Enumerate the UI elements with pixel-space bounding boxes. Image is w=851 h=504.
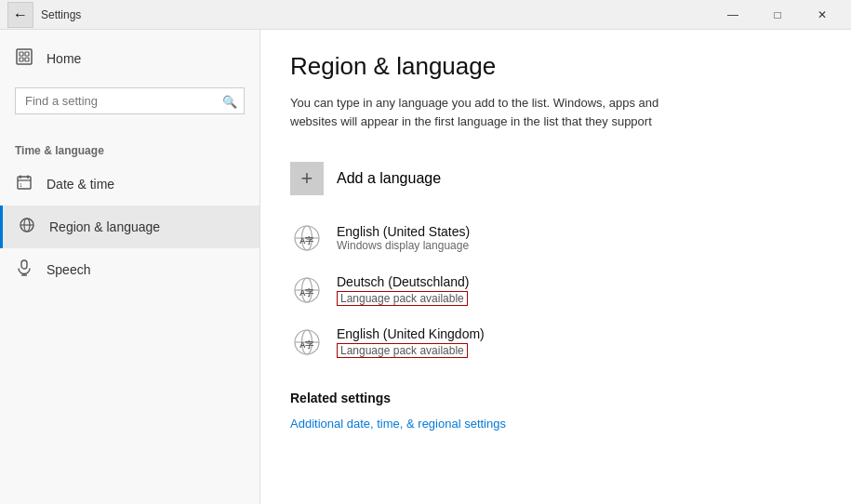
back-button[interactable]: ←: [7, 2, 33, 28]
language-name-english-us: English (United States): [337, 224, 470, 239]
close-button[interactable]: ✕: [801, 0, 844, 30]
language-name-deutsch: Deutsch (Deutschland): [337, 274, 469, 289]
speech-label: Speech: [47, 262, 90, 277]
svg-text:1: 1: [20, 182, 22, 188]
sidebar-item-home[interactable]: Home: [0, 37, 259, 80]
language-icon-english-uk: A字: [290, 325, 324, 359]
language-status-english-us: Windows display language: [337, 239, 470, 252]
related-settings: Related settings Additional date, time, …: [290, 391, 821, 431]
language-info-deutsch: Deutsch (Deutschland) Language pack avai…: [337, 274, 469, 306]
window-controls: — □ ✕: [711, 0, 844, 30]
language-info-english-us: English (United States) Windows display …: [337, 224, 470, 252]
svg-text:A字: A字: [299, 287, 314, 298]
add-language-icon: +: [290, 162, 324, 195]
maximize-button[interactable]: □: [756, 0, 799, 30]
language-status-english-uk: Language pack available: [337, 343, 468, 358]
svg-rect-3: [20, 58, 23, 61]
related-settings-link[interactable]: Additional date, time, & regional settin…: [290, 417, 506, 431]
add-language-button[interactable]: + Add a language: [290, 153, 821, 205]
region-icon: [18, 217, 36, 237]
home-label: Home: [47, 51, 81, 66]
svg-text:A字: A字: [299, 235, 314, 245]
sidebar-item-speech[interactable]: Speech: [0, 248, 259, 291]
titlebar: ← Settings — □ ✕: [0, 0, 851, 30]
date-time-icon: 1: [15, 174, 33, 194]
svg-rect-4: [25, 58, 29, 61]
back-icon: ←: [13, 7, 28, 23]
home-icon: [15, 48, 33, 69]
sidebar-section-label: Time & language: [0, 129, 259, 163]
date-time-label: Date & time: [47, 177, 114, 192]
language-status-deutsch: Language pack available: [337, 291, 468, 306]
svg-rect-0: [17, 49, 32, 64]
main-content: Region & language You can type in any la…: [260, 30, 851, 504]
add-language-label: Add a language: [337, 170, 441, 187]
sidebar: Home 🔍 Time & language 1 Date & time: [0, 30, 260, 504]
svg-text:A字: A字: [299, 339, 314, 350]
related-settings-title: Related settings: [290, 391, 821, 405]
region-language-label: Region & language: [49, 219, 160, 234]
speech-icon: [15, 259, 33, 280]
language-item-english-uk[interactable]: A字 English (United Kingdom) Language pac…: [290, 316, 821, 368]
language-info-english-uk: English (United Kingdom) Language pack a…: [337, 326, 485, 358]
page-description: You can type in any language you add to …: [290, 94, 681, 130]
window-title: Settings: [41, 8, 711, 21]
sidebar-search-container: 🔍: [15, 87, 245, 114]
svg-rect-2: [25, 52, 29, 56]
svg-rect-1: [20, 52, 23, 56]
page-title: Region & language: [290, 52, 821, 81]
language-item-deutsch[interactable]: A字 Deutsch (Deutschland) Language pack a…: [290, 264, 821, 316]
minimize-button[interactable]: —: [711, 0, 754, 30]
svg-rect-13: [21, 260, 27, 269]
sidebar-item-region-language[interactable]: Region & language: [0, 206, 259, 248]
language-item-english-us[interactable]: A字 English (United States) Windows displ…: [290, 212, 821, 264]
search-icon: 🔍: [222, 94, 237, 108]
search-input[interactable]: [15, 87, 245, 114]
app-body: Home 🔍 Time & language 1 Date & time: [0, 30, 851, 504]
language-icon-deutsch: A字: [290, 273, 324, 307]
sidebar-item-date-time[interactable]: 1 Date & time: [0, 163, 259, 206]
language-icon-english-us: A字: [290, 221, 324, 255]
language-name-english-uk: English (United Kingdom): [337, 326, 485, 341]
